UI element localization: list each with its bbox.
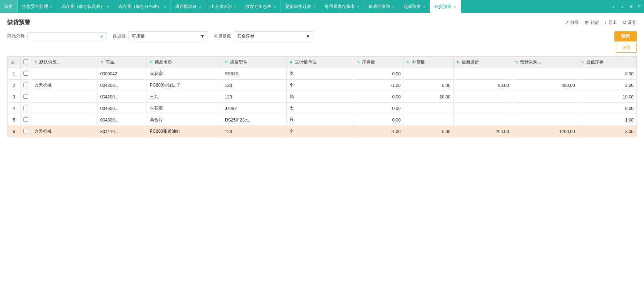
close-tab-demand-stat[interactable]: × — [313, 4, 316, 9]
close-window-btn[interactable]: ✕ — [627, 0, 635, 13]
row-stock-cell: 0.00 — [354, 68, 404, 80]
th-est-purchase[interactable]: ⇅ 预计采购... — [512, 57, 578, 68]
th-stock[interactable]: ⇅ 库存量 — [354, 57, 404, 68]
refresh-action[interactable]: ↺ 刷新 — [623, 19, 637, 26]
table-row: 5 004800... 离合片 DS250*23c... 只 0.00 1.00 — [8, 114, 637, 126]
row-checkbox-cell[interactable] — [21, 103, 31, 114]
tab-inout-flow[interactable]: 出入库流水 × — [206, 0, 241, 13]
table-row: 4 004600... 火花塞 J7092 支 0.00 8.00 — [8, 103, 637, 114]
row-unit-cell: 箱 — [287, 91, 354, 103]
share-action[interactable]: ↗ 分享 — [565, 19, 579, 26]
th-replenish-qty[interactable]: ⇅ 补货量 — [404, 57, 453, 68]
export-action[interactable]: ↓ 导出 — [605, 19, 617, 26]
tab-expiry[interactable]: 保质期查询 × — [364, 0, 399, 13]
min-stock-sort-icon: ⇅ — [581, 60, 584, 64]
row-latest-price-cell — [453, 103, 512, 114]
category-select[interactable]: ▼ — [27, 32, 107, 40]
category-filter-label: 商品分类 — [7, 33, 25, 39]
replenish-icon: ⊞ — [585, 20, 589, 25]
table-row: 6 力天机械 801110... PC200张紧油缸 123 个 -1.00 6… — [8, 126, 637, 137]
row-supplier-cell: 力天机械 — [31, 126, 97, 137]
th-product-name[interactable]: ⇅ 商品名称 — [147, 57, 222, 68]
row-checkbox[interactable] — [23, 83, 28, 87]
replenish-base-filter-group: 补货基数 安全库存 ▼ — [214, 31, 313, 41]
row-checkbox-cell[interactable] — [21, 114, 31, 126]
query-button[interactable]: 查询 — [614, 31, 637, 41]
row-unit-cell: 只 — [287, 114, 354, 126]
row-est-purchase-cell: 480.00 — [512, 80, 578, 91]
tab-prev-btn[interactable]: ‹ — [609, 0, 618, 13]
row-supplier-cell — [31, 91, 97, 103]
close-tab-expiry[interactable]: × — [392, 4, 395, 9]
th-spec[interactable]: ⇅ 规格型号 — [222, 57, 286, 68]
row-checkbox[interactable] — [23, 71, 28, 76]
row-min-stock-cell: 8.00 — [578, 68, 636, 80]
close-tab-shortage[interactable]: × — [454, 4, 456, 9]
datasource-value: 可用量 — [132, 33, 145, 39]
row-stock-cell: -1.00 — [354, 126, 404, 137]
close-tab-inventory-dist[interactable]: × — [164, 4, 166, 9]
replenish-action[interactable]: ⊞ 补货 — [585, 19, 599, 26]
tab-inventory-dist[interactable]: 现存量（库存分布表） × — [114, 0, 171, 13]
close-tab-receive-summary[interactable]: × — [274, 4, 276, 9]
th-settings[interactable]: ⚙ — [8, 57, 21, 68]
tab-batch[interactable]: 库存批次账 × — [171, 0, 206, 13]
tab-demand-stat[interactable]: 要货单统计表 × — [281, 0, 320, 13]
table-row: 2 力天机械 004200... PC200油缸缸子 123 个 -1.00 6… — [8, 80, 637, 91]
tab-shortage[interactable]: 缺货预警 × — [430, 0, 461, 13]
row-stock-cell: -1.00 — [354, 80, 404, 91]
row-checkbox-cell[interactable] — [21, 68, 31, 80]
row-checkbox[interactable] — [23, 129, 28, 133]
row-unit-cell: 支 — [287, 68, 354, 80]
tab-next-btn[interactable]: › — [618, 0, 627, 13]
row-checkbox[interactable] — [23, 106, 28, 110]
replenish-base-select[interactable]: 安全库存 ▼ — [234, 31, 313, 41]
th-product-code[interactable]: ⇅ 商品... — [97, 57, 147, 68]
row-replenish-qty-cell — [404, 114, 453, 126]
row-latest-price-cell: 200.00 — [453, 126, 512, 137]
row-checkbox-cell[interactable] — [21, 80, 31, 91]
row-product-name-cell: 火花塞 — [147, 103, 222, 114]
tab-inventory-status[interactable]: 现存量（库存状况表） × — [57, 0, 114, 13]
close-tab-inout-flow[interactable]: × — [234, 4, 236, 9]
close-tab-overstock[interactable]: × — [423, 4, 425, 9]
close-tab-available-ledger[interactable]: × — [357, 4, 359, 9]
export-icon: ↓ — [605, 20, 607, 25]
table-settings-gear-icon[interactable]: ⚙ — [10, 59, 15, 65]
settings-button[interactable]: 设置 — [616, 43, 637, 53]
row-product-name-cell: PC200张紧油缸 — [147, 126, 222, 137]
th-latest-price[interactable]: ⇅ 最新进价 — [453, 57, 512, 68]
row-min-stock-cell: 8.00 — [578, 103, 636, 114]
close-tab-inventory-status[interactable]: × — [107, 4, 109, 9]
row-product-name-cell: 离合片 — [147, 114, 222, 126]
row-checkbox[interactable] — [23, 94, 28, 99]
row-latest-price-cell: 80.00 — [453, 80, 512, 91]
datasource-select[interactable]: 可用量 ▼ — [129, 31, 208, 41]
tab-bar: 首页 拣货异常处理 × 现存量（库存状况表） × 现存量（库存分布表） × 库存… — [0, 0, 644, 13]
close-tab-batch[interactable]: × — [199, 4, 201, 9]
select-all-checkbox[interactable] — [23, 59, 28, 64]
header-actions: ↗ 分享 ⊞ 补货 ↓ 导出 ↺ 刷新 — [565, 19, 637, 26]
tab-exception[interactable]: 拣货异常处理 × — [18, 0, 57, 13]
latest-price-sort-icon: ⇅ — [457, 60, 460, 64]
close-tab-exception[interactable]: × — [50, 4, 52, 9]
tab-receive-summary[interactable]: 收发存汇总表 × — [241, 0, 280, 13]
spec-sort-icon: ⇅ — [225, 60, 228, 64]
share-icon: ↗ — [565, 20, 569, 25]
tab-available-ledger[interactable]: 可用量库存账本 × — [320, 0, 364, 13]
maximize-btn[interactable]: □ — [635, 0, 644, 13]
tab-home[interactable]: 首页 — [0, 0, 18, 13]
filter-buttons: 查询 设置 — [614, 31, 637, 53]
row-replenish-qty-cell — [404, 68, 453, 80]
th-min-stock[interactable]: ⇅ 最低库存 — [578, 57, 636, 68]
row-spec-cell: DS250*23c... — [222, 114, 286, 126]
row-checkbox[interactable] — [23, 117, 28, 122]
row-latest-price-cell — [453, 114, 512, 126]
th-unit[interactable]: ⇅ 主计量单位 — [287, 57, 354, 68]
row-checkbox-cell[interactable] — [21, 91, 31, 103]
th-checkbox — [21, 57, 31, 68]
tab-overstock[interactable]: 超储预警 × — [399, 0, 430, 13]
row-est-purchase-cell — [512, 114, 578, 126]
row-checkbox-cell[interactable] — [21, 126, 31, 137]
th-supplier[interactable]: ⇅ 默认供应... — [31, 57, 97, 68]
